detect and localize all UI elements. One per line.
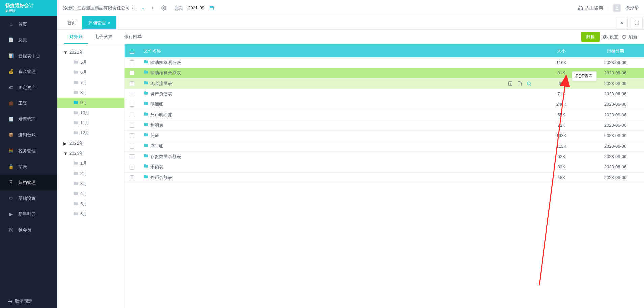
row-checkbox[interactable] bbox=[130, 165, 134, 170]
row-checkbox[interactable] bbox=[130, 71, 134, 75]
folder-icon bbox=[144, 133, 148, 138]
sidebar-item[interactable]: ⚙基础设置 bbox=[0, 190, 57, 206]
row-checkbox[interactable] bbox=[130, 60, 134, 65]
tree-year[interactable]: ▼2021年 bbox=[57, 47, 124, 57]
fullscreen-icon[interactable]: ⛶ bbox=[631, 17, 643, 29]
calendar-icon[interactable] bbox=[208, 4, 216, 12]
pdf-download-icon[interactable] bbox=[517, 81, 523, 87]
table-row[interactable]: 序时账 113K 2023-06-06 bbox=[125, 141, 644, 151]
table-row[interactable]: 存货数量余额表 62K 2023-06-06 bbox=[125, 151, 644, 162]
table-row[interactable]: 现金流量表 6K 2023-06-06 bbox=[125, 78, 644, 89]
archive-button[interactable]: 归档 bbox=[581, 32, 600, 42]
file-size: 71K bbox=[536, 89, 587, 99]
sidebar-item[interactable]: 🗄归档管理 bbox=[0, 175, 57, 190]
sidebar-item[interactable]: 💼工资 bbox=[0, 95, 57, 111]
tree-month[interactable]: 1月 bbox=[57, 158, 124, 168]
tree-month[interactable]: 5月 bbox=[57, 57, 124, 67]
tree-month[interactable]: 8月 bbox=[57, 88, 124, 98]
file-name: 现金流量表 bbox=[150, 81, 172, 86]
subtab[interactable]: 银行回单 bbox=[119, 30, 147, 44]
folder-icon bbox=[144, 175, 148, 180]
table-row[interactable]: 外币明细账 55K 2023-06-06 bbox=[125, 110, 644, 120]
tree-year[interactable]: ▶2022年 bbox=[57, 138, 124, 148]
sidebar-item[interactable]: ▶新手引导 bbox=[0, 206, 57, 222]
table-row[interactable]: 外币余额表 48K 2023-06-06 bbox=[125, 172, 644, 183]
support-button[interactable]: 人工咨询 bbox=[578, 5, 603, 11]
sidebar-item[interactable]: 🧾发票管理 bbox=[0, 111, 57, 127]
tree-month[interactable]: 11月 bbox=[57, 118, 124, 128]
sidebar-item[interactable]: 📄总账 bbox=[0, 32, 57, 48]
archive-date: 2023-06-06 bbox=[587, 172, 644, 183]
row-checkbox[interactable] bbox=[130, 81, 134, 86]
table-row[interactable]: 余额表 83K 2023-06-06 bbox=[125, 162, 644, 172]
table-row[interactable]: 辅助核算明细账 116K 2023-06-06 bbox=[125, 57, 644, 68]
settings-button[interactable]: 设置 bbox=[603, 34, 618, 40]
row-checkbox[interactable] bbox=[130, 133, 134, 138]
sidebar-item[interactable]: 💰资金管理 bbox=[0, 64, 57, 80]
subtab[interactable]: 财务账 bbox=[64, 30, 88, 44]
table-row[interactable]: 利润表 72K 2023-06-06 bbox=[125, 120, 644, 130]
company-selector-label: (勿删）江西服宝精品有限责任公司（... bbox=[63, 5, 138, 11]
nav-label: 资金管理 bbox=[18, 69, 36, 75]
row-checkbox[interactable] bbox=[130, 154, 134, 159]
subtab[interactable]: 电子发票 bbox=[89, 30, 118, 44]
svg-point-0 bbox=[163, 7, 164, 9]
gear-icon[interactable] bbox=[160, 4, 168, 12]
subheader: 财务账电子发票银行回单 归档 设置 刷新 bbox=[57, 30, 644, 44]
row-checkbox[interactable] bbox=[130, 92, 134, 96]
tree-month[interactable]: 7月 bbox=[57, 78, 124, 88]
archive-date: 2023-06-06 bbox=[587, 151, 644, 162]
tooltip-pdf-view: PDF查看 bbox=[572, 71, 597, 81]
tree-month[interactable]: 10月 bbox=[57, 108, 124, 118]
sidebar-item[interactable]: 📦进销台账 bbox=[0, 127, 57, 143]
pdf-view-icon[interactable] bbox=[526, 81, 532, 87]
sidebar-item[interactable]: 🧮税务管理 bbox=[0, 143, 57, 159]
period-value[interactable]: 2021-09 bbox=[188, 5, 204, 10]
tree-month[interactable]: 6月 bbox=[57, 67, 124, 78]
nav-label: 首页 bbox=[18, 21, 27, 27]
svg-point-7 bbox=[616, 6, 618, 8]
table-row[interactable]: 凭证 163K 2023-06-06 bbox=[125, 130, 644, 141]
file-size: 55K bbox=[536, 110, 587, 120]
tree-month[interactable]: 12月 bbox=[57, 128, 124, 138]
tree-month[interactable]: 5月 bbox=[57, 199, 124, 209]
tree-month[interactable]: 2月 bbox=[57, 168, 124, 179]
row-checkbox[interactable] bbox=[130, 123, 134, 128]
nav-icon: 🧮 bbox=[8, 148, 14, 154]
download-icon[interactable] bbox=[507, 81, 513, 87]
brand-edition: 旗舰版 bbox=[5, 9, 57, 13]
file-size: 116K bbox=[536, 57, 587, 68]
page-tab[interactable]: 归档管理× bbox=[82, 16, 116, 29]
folder-icon bbox=[73, 130, 78, 136]
tree-year[interactable]: ▼2023年 bbox=[57, 148, 124, 158]
table-row[interactable]: 资产负债表 71K 2023-06-06 bbox=[125, 89, 644, 99]
header-checkbox[interactable] bbox=[125, 44, 140, 57]
tree-month[interactable]: 9月 bbox=[57, 98, 124, 108]
nav-label: 进销台账 bbox=[18, 132, 36, 138]
table-row[interactable]: 明细账 246K 2023-06-06 bbox=[125, 99, 644, 110]
add-icon[interactable]: ＋ bbox=[148, 4, 156, 12]
tree-month[interactable]: 6月 bbox=[57, 209, 124, 219]
refresh-button[interactable]: 刷新 bbox=[622, 34, 637, 40]
row-checkbox[interactable] bbox=[130, 113, 134, 117]
sidebar-item[interactable]: ⌂首页 bbox=[0, 16, 57, 32]
sidebar-item[interactable]: Ⓥ畅会员 bbox=[0, 222, 57, 238]
close-icon[interactable]: × bbox=[108, 21, 110, 25]
tree-month[interactable]: 3月 bbox=[57, 179, 124, 189]
sidebar-unpin[interactable]: ↤ 取消固定 bbox=[0, 295, 57, 308]
row-checkbox[interactable] bbox=[130, 175, 134, 180]
row-checkbox[interactable] bbox=[130, 102, 134, 107]
sidebar-item[interactable]: 📊云报表中心 bbox=[0, 48, 57, 64]
close-all-tabs-icon[interactable]: ✕ bbox=[616, 17, 628, 29]
company-dropdown-icon[interactable]: ⌄ bbox=[141, 5, 145, 10]
row-checkbox[interactable] bbox=[130, 144, 134, 149]
sidebar-item[interactable]: 🔒结账 bbox=[0, 159, 57, 175]
user-name[interactable]: 徐泽华 bbox=[625, 5, 639, 11]
sidebar-item[interactable]: 🏷固定资产 bbox=[0, 80, 57, 95]
nav-icon: 📦 bbox=[8, 132, 14, 138]
tree-month[interactable]: 4月 bbox=[57, 189, 124, 199]
folder-icon bbox=[73, 191, 78, 197]
avatar-icon[interactable] bbox=[613, 4, 621, 12]
page-tab[interactable]: 首页 bbox=[61, 16, 82, 29]
table-row[interactable]: 辅助核算余额表 81K 2023-06-06 bbox=[125, 68, 644, 78]
